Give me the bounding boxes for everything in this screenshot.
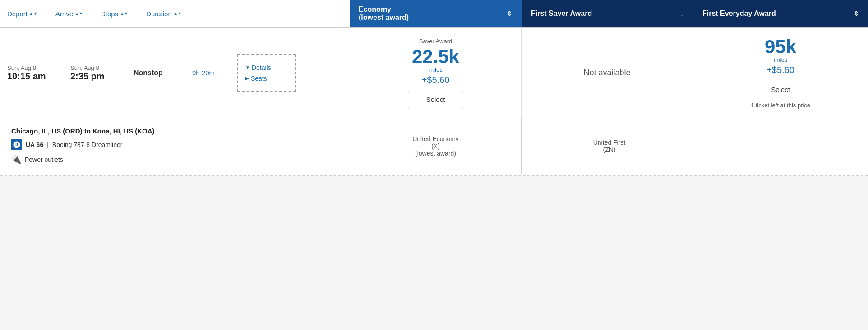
- first-saver-award-cell: Not available: [521, 28, 693, 118]
- first-everyday-award-cell: 95k miles +$5.60 Select 1 ticket left at…: [693, 28, 868, 118]
- economy-class-line2: (X): [431, 142, 440, 150]
- power-row: 🔌 Power outlets: [11, 155, 339, 165]
- first-everyday-title: First Everyday Award: [702, 9, 776, 18]
- duration-value: 9h 20m: [192, 69, 215, 77]
- united-airlines-logo-icon: [13, 141, 21, 149]
- flight-info: Sun, Aug 8 10:15 am Sun, Aug 8 2:35 pm N…: [0, 28, 350, 118]
- flight-row: Sun, Aug 8 10:15 am Sun, Aug 8 2:35 pm N…: [0, 28, 868, 118]
- column-headers: Depart ▲▼ Arrive ▲▼ Stops ▲▼ Duration ▲▼: [0, 0, 350, 27]
- arrive-sort-icon: ▲▼: [75, 12, 83, 16]
- economy-award-cell: Saver Award 22.5k miles +$5.60 Select: [350, 28, 521, 118]
- amenity-label: Power outlets: [25, 156, 63, 163]
- airline-row: UA 66 | Boeing 787-8 Dreamliner: [11, 139, 339, 150]
- arrive-label: Arrive: [55, 10, 73, 18]
- airline-icon: [11, 139, 22, 150]
- details-label: Details: [252, 64, 271, 71]
- bottom-border: [0, 174, 868, 176]
- first-class-code: (ZN): [603, 146, 616, 153]
- depart-column-header[interactable]: Depart ▲▼: [7, 1, 37, 27]
- header-row: Depart ▲▼ Arrive ▲▼ Stops ▲▼ Duration ▲▼…: [0, 0, 868, 28]
- first-everyday-sort-icon: ⇕: [854, 10, 859, 17]
- flight-details-right: United First (ZN): [522, 118, 697, 174]
- economy-sort-icon: ⇕: [507, 10, 512, 17]
- seats-label: Seats: [251, 75, 267, 82]
- seats-link[interactable]: ▶ Seats: [245, 75, 288, 82]
- details-row: Chicago, IL, US (ORD) to Kona, HI, US (K…: [0, 118, 868, 174]
- details-link[interactable]: ▼ Details: [245, 64, 288, 71]
- stops-value: Nonstop: [134, 69, 163, 77]
- power-outlet-icon: 🔌: [11, 155, 21, 165]
- arrive-column-header[interactable]: Arrive ▲▼: [55, 1, 83, 27]
- details-triangle-icon: ▼: [245, 65, 250, 70]
- flight-details-left: Chicago, IL, US (ORD) to Kona, HI, US (K…: [0, 118, 350, 174]
- route-title: Chicago, IL, US (ORD) to Kona, HI, US (K…: [11, 127, 339, 135]
- depart-sort-icon: ▲▼: [29, 12, 37, 16]
- airline-code-bold: UA 66: [26, 141, 43, 148]
- ticket-left-notice: 1 ticket left at this price: [751, 102, 810, 109]
- duration-column-header[interactable]: Duration ▲▼: [146, 1, 182, 27]
- flight-stops: Nonstop: [134, 69, 192, 77]
- economy-class-line1: United Economy: [412, 135, 459, 142]
- airline-separator: |: [47, 141, 49, 148]
- depart-time: 10:15 am: [7, 71, 70, 82]
- stops-sort-icon: ▲▼: [120, 12, 128, 16]
- flight-depart: Sun, Aug 8 10:15 am: [7, 64, 70, 82]
- economy-class-line3: (lowest award): [415, 150, 456, 157]
- flight-actions: ▼ Details ▶ Seats: [237, 54, 296, 92]
- flight-duration: 9h 20m: [192, 69, 237, 77]
- economy-award-label: Saver Award: [419, 38, 452, 45]
- arrive-time: 2:35 pm: [70, 71, 134, 82]
- economy-title-line2: (lowest award): [359, 14, 409, 22]
- first-everyday-fee: +$5.60: [766, 65, 794, 75]
- arrive-date: Sun, Aug 8: [70, 64, 134, 71]
- duration-label: Duration: [146, 10, 172, 18]
- economy-award-title: Economy (lowest award): [359, 5, 409, 22]
- stops-column-header[interactable]: Stops ▲▼: [101, 1, 128, 27]
- first-everyday-miles: 95k: [765, 37, 796, 56]
- first-saver-sort-icon: ↓: [680, 10, 683, 17]
- first-everyday-select-button[interactable]: Select: [753, 81, 808, 98]
- first-class-label: United First: [593, 139, 626, 146]
- duration-sort-icon: ▲▼: [174, 12, 182, 16]
- aircraft-name: Boeing 787-8 Dreamliner: [52, 141, 123, 148]
- stops-label: Stops: [101, 10, 118, 18]
- economy-fee: +$5.60: [422, 75, 450, 85]
- economy-select-button[interactable]: Select: [408, 91, 464, 108]
- seats-triangle-icon: ▶: [245, 76, 249, 81]
- depart-label: Depart: [7, 10, 28, 18]
- flight-arrive: Sun, Aug 8 2:35 pm: [70, 64, 134, 82]
- flight-details-center: United Economy (X) (lowest award): [350, 118, 522, 174]
- economy-title-line1: Economy: [359, 5, 409, 14]
- economy-award-header[interactable]: Economy (lowest award) ⇕: [350, 0, 521, 27]
- main-container: Depart ▲▼ Arrive ▲▼ Stops ▲▼ Duration ▲▼…: [0, 0, 868, 176]
- first-saver-title: First Saver Award: [531, 9, 592, 18]
- economy-miles: 22.5k: [412, 47, 459, 66]
- first-saver-award-header[interactable]: First Saver Award ↓: [521, 0, 693, 27]
- economy-miles-unit: miles: [429, 66, 442, 73]
- first-everyday-award-header[interactable]: First Everyday Award ⇕: [693, 0, 868, 27]
- first-everyday-miles-unit: miles: [774, 56, 787, 63]
- first-saver-not-available: Not available: [583, 68, 630, 78]
- depart-date: Sun, Aug 8: [7, 64, 70, 71]
